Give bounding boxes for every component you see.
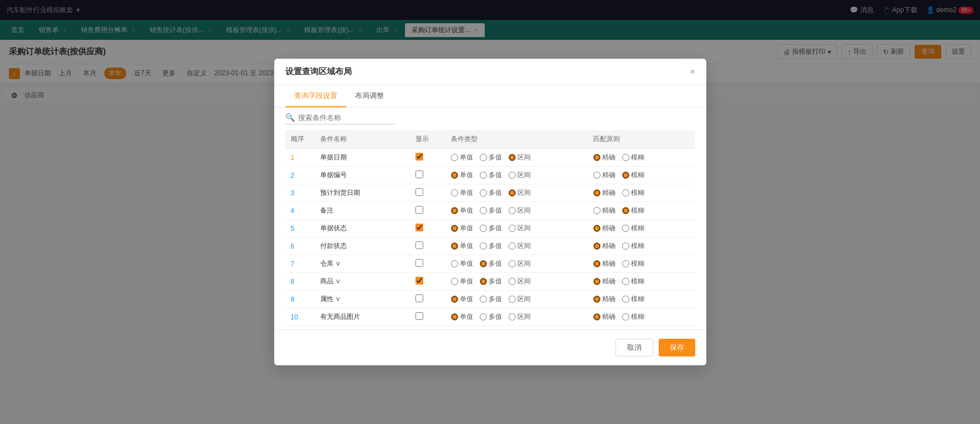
match-radio-模糊[interactable] [622, 260, 629, 267]
show-checkbox[interactable] [415, 294, 423, 302]
type-radio-单值[interactable] [451, 242, 458, 250]
match-radio-label[interactable]: 精确 [593, 153, 615, 162]
match-radio-精确[interactable] [593, 313, 601, 320]
type-radio-多值[interactable] [480, 225, 487, 232]
show-checkbox[interactable] [415, 224, 423, 231]
type-radio-label[interactable]: 区间 [509, 259, 531, 268]
search-input[interactable] [298, 113, 387, 122]
type-radio-label[interactable]: 单值 [451, 224, 473, 233]
type-radio-label[interactable]: 多值 [480, 241, 502, 251]
match-radio-label[interactable]: 模糊 [622, 170, 644, 180]
type-radio-区间[interactable] [509, 207, 516, 214]
show-checkbox[interactable] [415, 241, 423, 249]
type-radio-单值[interactable] [451, 260, 458, 267]
type-radio-多值[interactable] [480, 172, 487, 179]
type-radio-多值[interactable] [480, 296, 487, 303]
show-checkbox[interactable] [415, 153, 423, 161]
match-radio-精确[interactable] [593, 189, 601, 197]
match-radio-label[interactable]: 模糊 [622, 224, 644, 233]
type-radio-label[interactable]: 多值 [480, 170, 502, 180]
match-radio-label[interactable]: 精确 [593, 259, 615, 268]
type-radio-label[interactable]: 多值 [480, 153, 502, 162]
type-radio-单值[interactable] [451, 172, 458, 179]
type-radio-label[interactable]: 单值 [451, 241, 473, 251]
type-radio-label[interactable]: 单值 [451, 312, 473, 322]
type-radio-label[interactable]: 单值 [451, 277, 473, 286]
match-radio-label[interactable]: 模糊 [622, 277, 644, 286]
type-radio-区间[interactable] [509, 242, 516, 250]
type-radio-单值[interactable] [451, 225, 458, 232]
type-radio-多值[interactable] [480, 154, 487, 161]
type-radio-label[interactable]: 区间 [509, 170, 531, 180]
type-radio-label[interactable]: 多值 [480, 224, 502, 233]
show-checkbox[interactable] [415, 277, 423, 285]
match-radio-label[interactable]: 精确 [593, 188, 615, 198]
type-radio-区间[interactable] [509, 313, 516, 320]
match-radio-精确[interactable] [593, 296, 601, 303]
type-radio-label[interactable]: 区间 [509, 277, 531, 286]
match-radio-label[interactable]: 模糊 [622, 294, 644, 304]
type-radio-多值[interactable] [480, 313, 487, 320]
type-radio-多值[interactable] [480, 242, 487, 250]
type-radio-label[interactable]: 多值 [480, 188, 502, 198]
match-radio-label[interactable]: 模糊 [622, 206, 644, 215]
show-checkbox[interactable] [415, 312, 423, 320]
type-radio-label[interactable]: 区间 [509, 224, 531, 233]
type-radio-label[interactable]: 多值 [480, 277, 502, 286]
type-radio-label[interactable]: 多值 [480, 294, 502, 304]
type-radio-label[interactable]: 区间 [509, 153, 531, 162]
type-radio-label[interactable]: 单值 [451, 170, 473, 180]
match-radio-label[interactable]: 精确 [593, 241, 615, 251]
type-radio-多值[interactable] [480, 207, 487, 214]
match-radio-label[interactable]: 模糊 [622, 241, 644, 251]
match-radio-精确[interactable] [593, 278, 601, 285]
cancel-button[interactable]: 取消 [615, 339, 653, 356]
match-radio-精确[interactable] [593, 172, 601, 179]
match-radio-label[interactable]: 精确 [593, 277, 615, 286]
match-radio-模糊[interactable] [622, 225, 629, 232]
type-radio-label[interactable]: 单值 [451, 294, 473, 304]
type-radio-多值[interactable] [480, 189, 487, 197]
match-radio-label[interactable]: 模糊 [622, 188, 644, 198]
type-radio-区间[interactable] [509, 172, 516, 179]
type-radio-label[interactable]: 区间 [509, 312, 531, 322]
type-radio-区间[interactable] [509, 296, 516, 303]
show-checkbox[interactable] [415, 259, 423, 267]
match-radio-模糊[interactable] [622, 278, 629, 285]
type-radio-区间[interactable] [509, 225, 516, 232]
type-radio-label[interactable]: 多值 [480, 259, 502, 268]
match-radio-模糊[interactable] [622, 242, 629, 250]
match-radio-label[interactable]: 精确 [593, 224, 615, 233]
type-radio-区间[interactable] [509, 260, 516, 267]
match-radio-精确[interactable] [593, 260, 601, 267]
type-radio-label[interactable]: 多值 [480, 312, 502, 322]
match-radio-精确[interactable] [593, 242, 601, 250]
type-radio-label[interactable]: 区间 [509, 188, 531, 198]
show-checkbox[interactable] [415, 206, 423, 214]
type-radio-label[interactable]: 多值 [480, 206, 502, 215]
match-radio-模糊[interactable] [622, 154, 629, 161]
modal-close-button[interactable]: × [690, 67, 695, 77]
type-radio-单值[interactable] [451, 278, 458, 285]
save-button[interactable]: 保存 [659, 339, 695, 356]
type-radio-区间[interactable] [509, 189, 516, 197]
show-checkbox[interactable] [415, 188, 423, 196]
show-checkbox[interactable] [415, 170, 423, 178]
type-radio-单值[interactable] [451, 296, 458, 303]
type-radio-单值[interactable] [451, 189, 458, 197]
match-radio-模糊[interactable] [622, 207, 629, 214]
match-radio-label[interactable]: 精确 [593, 312, 615, 322]
tab-query-fields[interactable]: 查询字段设置 [285, 85, 346, 107]
match-radio-label[interactable]: 模糊 [622, 153, 644, 162]
match-radio-label[interactable]: 精确 [593, 170, 615, 180]
type-radio-区间[interactable] [509, 278, 516, 285]
type-radio-单值[interactable] [451, 154, 458, 161]
type-radio-label[interactable]: 区间 [509, 294, 531, 304]
match-radio-label[interactable]: 精确 [593, 294, 615, 304]
match-radio-精确[interactable] [593, 154, 601, 161]
match-radio-模糊[interactable] [622, 172, 629, 179]
type-radio-单值[interactable] [451, 313, 458, 320]
type-radio-区间[interactable] [509, 154, 516, 161]
type-radio-单值[interactable] [451, 207, 458, 214]
match-radio-精确[interactable] [593, 225, 601, 232]
